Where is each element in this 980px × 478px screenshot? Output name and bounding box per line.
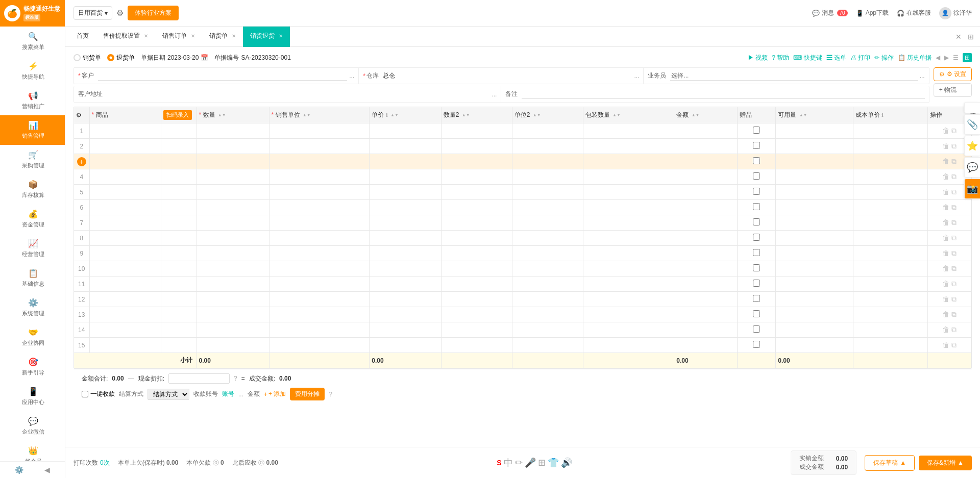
- available-cell[interactable]: [776, 246, 853, 261]
- industry-select[interactable]: 日用百货 ▾: [74, 6, 112, 20]
- video-btn[interactable]: ▶ 视频: [748, 54, 768, 62]
- qty-cell[interactable]: [197, 215, 269, 231]
- amount-cell[interactable]: [674, 139, 738, 154]
- unit2-cell[interactable]: [512, 292, 583, 307]
- footer-icon6[interactable]: 🔊: [561, 457, 572, 468]
- unit2-cell[interactable]: [512, 246, 583, 261]
- amount-cell[interactable]: [674, 246, 738, 261]
- pack-qty-cell[interactable]: [583, 185, 674, 200]
- amount-cell[interactable]: [674, 123, 738, 139]
- copy-icon[interactable]: ⧉: [951, 341, 957, 349]
- qty2-cell[interactable]: [441, 276, 512, 292]
- staff-input[interactable]: [670, 71, 917, 81]
- price-cell[interactable]: [370, 246, 442, 261]
- product-cell[interactable]: [89, 139, 161, 154]
- tab-sales-return[interactable]: 销货退货 ✕: [243, 27, 290, 47]
- cost-price-cell[interactable]: [853, 185, 928, 200]
- available-cell[interactable]: [776, 169, 853, 185]
- radio-sale[interactable]: 销货单: [74, 54, 101, 62]
- tab-sales-delivery[interactable]: 销货单 ✕: [202, 27, 243, 47]
- cost-price-cell[interactable]: [853, 338, 928, 353]
- tab-price-settings-close-icon[interactable]: ✕: [144, 33, 148, 39]
- delete-icon[interactable]: 🗑: [942, 172, 949, 181]
- price-cell[interactable]: [370, 139, 442, 154]
- gift-checkbox[interactable]: [753, 310, 760, 317]
- copy-icon[interactable]: ⧉: [951, 234, 957, 242]
- copy-icon[interactable]: ⧉: [951, 127, 957, 135]
- gift-cell[interactable]: [738, 215, 776, 231]
- gift-cell[interactable]: [738, 200, 776, 215]
- gift-cell[interactable]: [738, 276, 776, 292]
- online-service-btn[interactable]: 🎧 在线客服: [897, 9, 931, 17]
- amount-cell[interactable]: [674, 292, 738, 307]
- available-cell[interactable]: [776, 261, 853, 276]
- expand-tab-icon[interactable]: ⊞: [966, 31, 976, 43]
- sidebar-item-marketing[interactable]: 📢 营销推广: [0, 86, 65, 115]
- sidebar-collapse-icon[interactable]: ◀: [44, 466, 50, 474]
- copy-icon[interactable]: ⧉: [951, 264, 957, 273]
- pack-qty-cell[interactable]: [583, 246, 674, 261]
- float-chat-btn[interactable]: 💬: [964, 157, 980, 178]
- qty2-cell[interactable]: [441, 139, 512, 154]
- staff-more-icon[interactable]: ...: [920, 72, 925, 80]
- unit2-cell[interactable]: [512, 231, 583, 246]
- qty2-cell[interactable]: [441, 338, 512, 353]
- sidebar-item-shortcut[interactable]: ⚡ 快捷导航: [0, 56, 65, 86]
- copy-icon[interactable]: ⧉: [951, 325, 957, 334]
- qty2-cell[interactable]: [441, 231, 512, 246]
- delete-icon[interactable]: 🗑: [942, 310, 949, 319]
- qty2-cell[interactable]: [441, 307, 512, 322]
- unit2-cell[interactable]: [512, 123, 583, 139]
- gift-checkbox[interactable]: [753, 127, 760, 134]
- unit2-cell[interactable]: [512, 169, 583, 185]
- unit-cell[interactable]: [269, 154, 370, 169]
- experience-btn[interactable]: 体验行业方案: [128, 6, 179, 20]
- address-more-icon[interactable]: ...: [492, 91, 497, 98]
- app-download-btn[interactable]: 📱 App下载: [856, 9, 889, 17]
- gift-checkbox[interactable]: [753, 157, 760, 164]
- amount-cell[interactable]: [674, 215, 738, 231]
- gift-checkbox[interactable]: [753, 280, 760, 287]
- product-cell[interactable]: [89, 185, 161, 200]
- fee-help-icon[interactable]: ?: [329, 391, 332, 398]
- product-cell[interactable]: [89, 322, 161, 338]
- cost-price-cell[interactable]: [853, 123, 928, 139]
- sidebar-item-member[interactable]: 👑 畅会员: [0, 441, 65, 461]
- help-icon[interactable]: ?: [234, 375, 237, 382]
- tab-sales-delivery-close-icon[interactable]: ✕: [232, 33, 236, 39]
- amount-cell[interactable]: [674, 338, 738, 353]
- unit2-cell[interactable]: [512, 139, 583, 154]
- footer-icon1[interactable]: 中: [504, 457, 513, 469]
- product-cell[interactable]: [89, 276, 161, 292]
- cost-price-cell[interactable]: [853, 200, 928, 215]
- unit-cell[interactable]: [269, 200, 370, 215]
- settlement-select[interactable]: 结算方式: [148, 389, 189, 400]
- unit-cell[interactable]: [269, 231, 370, 246]
- unit2-cell[interactable]: [512, 200, 583, 215]
- price-cell[interactable]: [370, 200, 442, 215]
- float-screenshot-btn[interactable]: 📸: [964, 179, 980, 199]
- qty2-cell[interactable]: [441, 123, 512, 139]
- sidebar-item-basic[interactable]: 📋 基础信息: [0, 263, 65, 293]
- gift-cell[interactable]: [738, 154, 776, 169]
- gift-checkbox[interactable]: [753, 218, 760, 225]
- qty-cell[interactable]: [197, 322, 269, 338]
- price-cell[interactable]: [370, 307, 442, 322]
- one-click-checkbox[interactable]: [82, 391, 88, 397]
- product-cell[interactable]: [89, 123, 161, 139]
- gift-checkbox[interactable]: [753, 249, 760, 256]
- account-more[interactable]: ...: [238, 391, 243, 398]
- sidebar-item-wechat[interactable]: 💬 企业微信: [0, 411, 65, 441]
- delete-icon[interactable]: 🗑: [942, 325, 949, 334]
- delete-icon[interactable]: 🗑: [942, 142, 949, 150]
- price-cell[interactable]: [370, 215, 442, 231]
- unit-cell[interactable]: [269, 261, 370, 276]
- gift-cell[interactable]: [738, 246, 776, 261]
- amount-cell[interactable]: [674, 276, 738, 292]
- list-view-icon[interactable]: ☰: [953, 54, 959, 61]
- pack-qty-cell[interactable]: [583, 200, 674, 215]
- tab-price-settings[interactable]: 售价提取设置 ✕: [96, 27, 155, 47]
- copy-icon[interactable]: ⧉: [951, 188, 957, 196]
- gift-checkbox[interactable]: [753, 264, 760, 271]
- product-cell[interactable]: [89, 261, 161, 276]
